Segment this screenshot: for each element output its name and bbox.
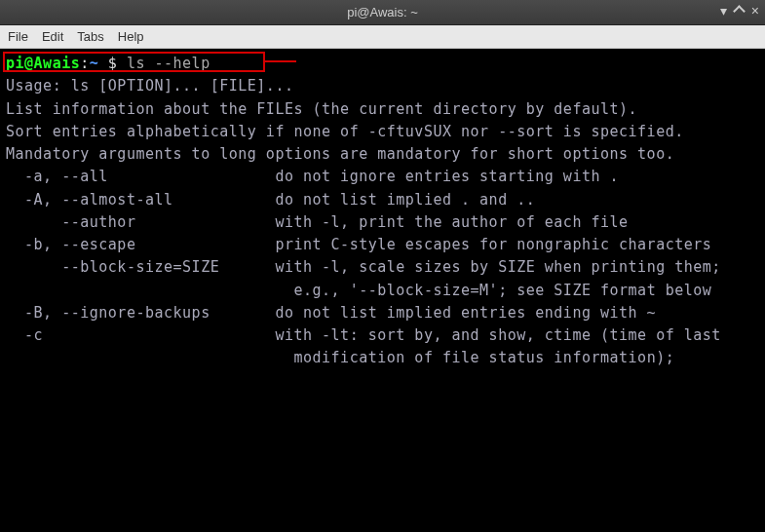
output-line: -c with -lt: sort by, and show, ctime (t… bbox=[6, 324, 759, 347]
minimize-icon[interactable]: ▾ bbox=[720, 4, 727, 18]
prompt-command: ls --help bbox=[127, 55, 210, 72]
output-line: Mandatory arguments to long options are … bbox=[6, 143, 759, 166]
output-line: -A, --almost-all do not list implied . a… bbox=[6, 189, 759, 211]
menu-help[interactable]: Help bbox=[118, 29, 144, 44]
output-line: List information about the FILEs (the cu… bbox=[6, 98, 759, 121]
output-line: -b, --escape print C-style escapes for n… bbox=[6, 234, 759, 256]
prompt-colon: : bbox=[80, 55, 90, 72]
output-line: --block-size=SIZE with -l, scale sizes b… bbox=[6, 256, 759, 279]
terminal[interactable]: pi@Awais:~ $ ls --help Usage: ls [OPTION… bbox=[0, 49, 765, 532]
annotation-arrow bbox=[265, 60, 296, 62]
window-title: pi@Awais: ~ bbox=[347, 5, 418, 19]
prompt-path: ~ bbox=[90, 55, 99, 72]
prompt-marker: $ bbox=[98, 55, 127, 72]
output-line: e.g., '--block-size=M'; see SIZE format … bbox=[6, 280, 759, 302]
output-line: Usage: ls [OPTION]... [FILE]... bbox=[6, 75, 759, 97]
output-line: Sort entries alphabetically if none of -… bbox=[6, 121, 759, 143]
prompt-line: pi@Awais:~ $ ls --help bbox=[6, 53, 210, 75]
titlebar: pi@Awais: ~ ▾ × bbox=[0, 0, 765, 25]
prompt-user-host: pi@Awais bbox=[6, 55, 80, 72]
menu-tabs[interactable]: Tabs bbox=[77, 29, 103, 44]
maximize-icon[interactable] bbox=[735, 4, 744, 18]
menu-file[interactable]: File bbox=[8, 29, 28, 44]
output-line: -a, --all do not ignore entries starting… bbox=[6, 166, 759, 188]
output-line: modification of file status information)… bbox=[6, 347, 759, 369]
menu-edit[interactable]: Edit bbox=[42, 29, 63, 44]
close-icon[interactable]: × bbox=[751, 4, 759, 18]
output-line: --author with -l, print the author of ea… bbox=[6, 211, 759, 234]
window-controls: ▾ × bbox=[720, 4, 759, 18]
output-line: -B, --ignore-backups do not list implied… bbox=[6, 302, 759, 324]
menubar: File Edit Tabs Help bbox=[0, 25, 765, 49]
